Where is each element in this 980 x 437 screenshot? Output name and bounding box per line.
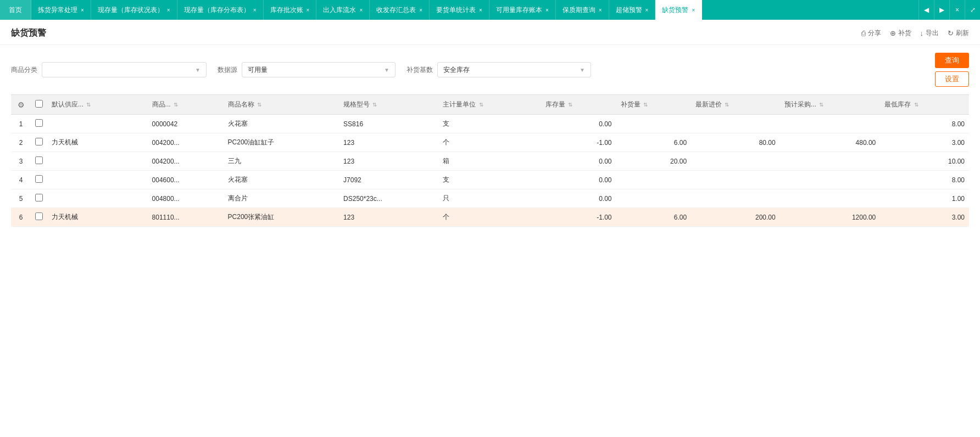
nav-arrow-left[interactable]: ◀ [918,0,934,20]
nav-tab-inventory-dist[interactable]: 现存量（库存分布表） × [177,0,264,20]
row-est-purchase: 1200.00 [780,208,881,227]
nav-tab-receipt-summary[interactable]: 收发存汇总表 × [370,0,430,20]
row-checkbox[interactable] [35,119,43,127]
row-est-purchase [780,171,881,189]
row-checkbox[interactable] [35,194,43,201]
row-replenish [616,115,692,133]
col-latest-price[interactable]: 最新进价 ⇅ [691,95,780,115]
export-button[interactable]: ↓ 导出 [920,29,939,38]
row-product-name: 三九 [224,152,339,171]
nav-tab-order-stats-label: 要货单统计表 [436,5,476,15]
replenish-basis-select[interactable]: 安全库存 ▼ [437,62,591,77]
datasource-label: 数据源 [218,65,237,75]
sort-code-icon: ⇅ [174,102,178,108]
share-button[interactable]: ⎙ 分享 [861,29,881,38]
row-min-stock: 3.00 [880,208,969,227]
nav-tab-shortage[interactable]: 缺货预警 × [655,0,702,20]
row-checkbox[interactable] [35,175,43,183]
col-product-name[interactable]: 商品名称 ⇅ [224,95,339,115]
row-stock: 0.00 [541,152,616,171]
col-latest-price-label: 最新进价 [695,100,722,108]
row-product-name: 火花塞 [224,171,339,189]
replenish-button[interactable]: ⊕ 补货 [890,29,911,38]
settings-button[interactable]: 设置 [935,71,969,87]
col-spec-label: 规格型号 [343,100,370,108]
nav-tab-inventory-status-close[interactable]: × [167,7,170,13]
nav-tab-batch[interactable]: 库存批次账 × [264,0,317,20]
nav-tab-exception[interactable]: 拣货异常处理 × [31,0,91,20]
query-button[interactable]: 查询 [935,53,969,68]
row-supplier [47,189,148,208]
row-checkbox[interactable] [35,138,43,145]
row-stock: 0.00 [541,115,616,133]
sort-min-icon: ⇅ [914,102,918,108]
col-default-supplier[interactable]: 默认供应... ⇅ [47,95,148,115]
nav-expand-btn[interactable]: ⤢ [965,0,980,20]
nav-tab-available-ledger-close[interactable]: × [545,7,549,13]
nav-tab-batch-close[interactable]: × [307,7,310,13]
header-actions: ⎙ 分享 ⊕ 补货 ↓ 导出 ↻ 刷新 [861,29,970,38]
nav-tab-inventory-dist-close[interactable]: × [253,7,257,13]
main-content: 缺货预警 ⎙ 分享 ⊕ 补货 ↓ 导出 ↻ 刷新 商品分类 [0,20,980,437]
row-spec: J7092 [339,171,438,189]
nav-tab-overstock-close[interactable]: × [645,7,649,13]
row-min-stock: 1.00 [880,189,969,208]
row-index: 5 [11,189,31,208]
nav-tab-inout-flow-close[interactable]: × [359,7,363,13]
category-select[interactable]: ▼ [42,62,207,77]
col-product-code[interactable]: 商品... ⇅ [148,95,224,115]
row-est-purchase [780,115,881,133]
nav-tab-expiry-close[interactable]: × [599,7,602,13]
row-checkbox[interactable] [35,212,43,220]
row-replenish: 6.00 [616,208,692,227]
nav-tab-shortage-close[interactable]: × [692,7,695,13]
row-est-purchase [780,152,881,171]
datasource-select[interactable]: 可用量 ▼ [242,62,396,77]
row-product-code: 004600... [148,171,224,189]
nav-tab-order-stats-close[interactable]: × [479,7,482,13]
nav-arrows: ◀ ▶ × ⤢ [918,0,980,20]
nav-tab-expiry[interactable]: 保质期查询 × [556,0,609,20]
nav-tab-order-stats[interactable]: 要货单统计表 × [430,0,489,20]
export-icon: ↓ [920,29,924,37]
col-min-stock-label: 最低库存 [884,100,911,108]
refresh-button[interactable]: ↻ 刷新 [948,29,969,38]
row-min-stock: 10.00 [880,152,969,171]
row-product-name: PC200油缸缸子 [224,133,339,152]
nav-tab-home[interactable]: 首页 [0,0,31,20]
col-est-purchase[interactable]: 预计采购... ⇅ [780,95,881,115]
col-product-name-label: 商品名称 [228,100,254,108]
nav-arrow-right[interactable]: ▶ [934,0,949,20]
category-arrow-icon: ▼ [195,67,201,73]
col-unit[interactable]: 主计量单位 ⇅ [438,95,541,115]
nav-tab-available-ledger[interactable]: 可用量库存账本 × [489,0,556,20]
refresh-icon: ↻ [948,29,954,37]
row-checkbox[interactable] [35,156,43,164]
row-replenish: 6.00 [616,133,692,152]
filter-replenish-basis: 补货基数 安全库存 ▼ [407,62,591,77]
row-replenish [616,171,692,189]
row-supplier [47,115,148,133]
col-spec[interactable]: 规格型号 ⇅ [339,95,438,115]
col-stock[interactable]: 库存量 ⇅ [541,95,616,115]
nav-close-btn[interactable]: × [949,0,965,20]
col-min-stock[interactable]: 最低库存 ⇅ [880,95,969,115]
nav-tab-available-ledger-label: 可用量库存账本 [496,5,542,15]
row-index: 3 [11,152,31,171]
nav-tab-inventory-status-label: 现存量（库存状况表） [98,5,164,15]
refresh-label: 刷新 [956,29,969,38]
nav-tab-receipt-summary-close[interactable]: × [419,7,422,13]
col-replenish[interactable]: 补货量 ⇅ [616,95,692,115]
nav-tab-exception-close[interactable]: × [81,7,84,13]
settings-gear-icon[interactable]: ⚙ [18,100,25,109]
nav-tab-inout-flow[interactable]: 出入库流水 × [316,0,370,20]
datasource-value: 可用量 [248,65,268,75]
row-latest-price [691,189,780,208]
nav-tab-home-label: 首页 [9,5,22,15]
row-spec: SS816 [339,115,438,133]
select-all-checkbox[interactable] [35,100,43,108]
nav-tab-inventory-status[interactable]: 现存量（库存状况表） × [91,0,177,20]
sort-spec-icon: ⇅ [372,102,377,108]
nav-tab-overstock[interactable]: 超储预警 × [609,0,656,20]
row-index: 6 [11,208,31,227]
